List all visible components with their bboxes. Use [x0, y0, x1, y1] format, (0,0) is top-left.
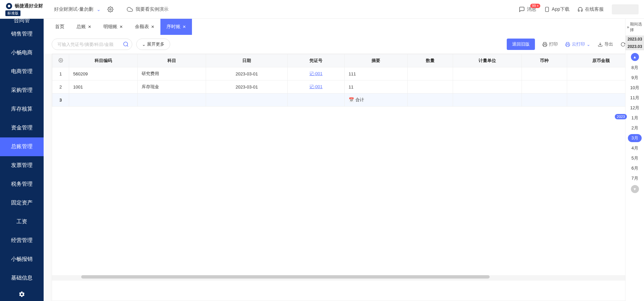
message-button[interactable]: 消息 99 +: [519, 6, 536, 12]
period-range-start[interactable]: 2023.03: [626, 36, 644, 43]
back-old-version-button[interactable]: 退回旧版: [507, 39, 535, 50]
svg-point-5: [123, 42, 128, 46]
tab[interactable]: 总账✕: [70, 19, 97, 35]
tab-close-icon[interactable]: ✕: [183, 24, 186, 29]
headset-icon: [578, 7, 583, 12]
tab-close-icon[interactable]: ✕: [88, 24, 91, 29]
tab-label: 余额表: [135, 24, 149, 30]
sidebar-item[interactable]: 小畅电商: [0, 44, 44, 62]
table-cell: 记-001: [288, 80, 345, 94]
voucher-link[interactable]: 记-001: [309, 71, 323, 76]
sidebar-item[interactable]: 销售管理: [0, 25, 44, 44]
table-cell: [453, 80, 522, 94]
period-scroll-up-icon[interactable]: ▲: [631, 53, 639, 61]
demo-link[interactable]: 我要看实例演示: [127, 6, 168, 12]
period-month-item[interactable]: 7月: [628, 174, 641, 182]
voucher-link[interactable]: 记-001: [309, 84, 323, 89]
print-icon: [542, 42, 547, 47]
column-header: 数量: [408, 54, 453, 67]
export-button[interactable]: 导出: [598, 41, 613, 47]
period-month-item[interactable]: 3月: [628, 134, 641, 142]
print-button[interactable]: 打印: [542, 41, 558, 47]
period-selector-panel: » 期间选择 2023.03 2023.03 ▲ 2023 8月9月10月11月…: [625, 19, 644, 301]
app-download-label: App下载: [552, 6, 569, 12]
search-icon[interactable]: [123, 41, 129, 47]
period-month-item[interactable]: 11月: [627, 94, 643, 102]
search-input[interactable]: [52, 39, 132, 50]
chevron-down-icon: ⌄: [97, 7, 101, 12]
toolbar: ⌄展开更多 退回旧版 打印 云打印 ⌄ 导出: [44, 35, 644, 54]
sidebar-item[interactable]: 工资: [0, 213, 44, 231]
horizontal-scrollbar[interactable]: [52, 275, 636, 281]
sidebar-item[interactable]: 总账管理: [0, 137, 44, 156]
support-button[interactable]: 在线客服: [578, 6, 604, 12]
table-row[interactable]: 21001库存现金2023-03-01记-00111: [52, 80, 636, 94]
period-title: 期间选择: [630, 21, 643, 33]
cloud-icon: [127, 6, 133, 12]
user-avatar[interactable]: [612, 4, 639, 14]
table-cell: 📅合计: [344, 94, 407, 107]
period-collapse-button[interactable]: » 期间选择: [626, 19, 644, 36]
table-cell: 560209: [69, 67, 138, 80]
app-download-button[interactable]: App下载: [544, 6, 569, 12]
tab[interactable]: 首页: [49, 19, 70, 35]
brand-area: 畅捷通好业财 标准版: [5, 2, 44, 16]
table-cell: [522, 80, 567, 94]
sidebar-settings-button[interactable]: [0, 288, 44, 301]
sidebar-item-partial[interactable]: 合同管: [0, 19, 44, 25]
sidebar-nav: 合同管 销售管理小畅电商电商管理采购管理库存核算资金管理总账管理发票管理税务管理…: [0, 19, 44, 301]
project-selector[interactable]: 好业财测试-量勿删 ⌄: [54, 6, 101, 12]
sidebar-item[interactable]: 资金管理: [0, 119, 44, 137]
period-month-item[interactable]: 12月: [627, 104, 643, 112]
svg-point-2: [109, 8, 111, 10]
sidebar-item[interactable]: 电商管理: [0, 62, 44, 81]
period-month-item[interactable]: 5月: [628, 154, 641, 162]
tab-close-icon[interactable]: ✕: [119, 24, 123, 29]
sidebar-item[interactable]: 小畅报销: [0, 250, 44, 269]
table-cell: 2023-03-01: [206, 80, 288, 94]
brand-name: 畅捷通好业财: [15, 3, 43, 9]
table-cell: 11: [344, 80, 407, 94]
sidebar-item[interactable]: 基础信息: [0, 269, 44, 288]
period-month-item[interactable]: 9月: [628, 74, 641, 82]
column-header: 币种: [522, 54, 567, 67]
period-scroll-down-icon[interactable]: ▼: [631, 185, 639, 193]
sidebar-item[interactable]: 采购管理: [0, 81, 44, 100]
table-cell: [408, 67, 453, 80]
cloud-print-icon: [565, 42, 570, 47]
svg-rect-8: [566, 45, 569, 46]
cloud-print-label: 云打印: [572, 41, 585, 47]
tab[interactable]: 明细账✕: [97, 19, 129, 35]
tab[interactable]: 序时账✕: [160, 19, 192, 35]
table-cell: [69, 94, 138, 107]
tab-label: 序时账: [166, 24, 181, 30]
table-cell: 库存现金: [138, 80, 206, 94]
column-header: 摘要: [344, 54, 407, 67]
sidebar-item[interactable]: 固定资产: [0, 194, 44, 213]
sidebar-item[interactable]: 经营管理: [0, 231, 44, 250]
edition-badge: 标准版: [5, 10, 20, 16]
period-month-item[interactable]: 10月: [627, 84, 643, 92]
tab[interactable]: 余额表✕: [129, 19, 160, 35]
column-settings-icon[interactable]: [58, 59, 63, 64]
period-month-item[interactable]: 4月: [628, 144, 641, 152]
period-range-end[interactable]: 2023.03: [626, 43, 644, 50]
period-month-item[interactable]: 6月: [628, 164, 641, 172]
period-month-item[interactable]: 8月: [628, 64, 641, 72]
tab-close-icon[interactable]: ✕: [151, 24, 154, 29]
support-label: 在线客服: [585, 6, 604, 12]
mobile-icon: [544, 7, 550, 12]
sidebar-item[interactable]: 税务管理: [0, 175, 44, 194]
expand-more-button[interactable]: ⌄展开更多: [136, 39, 170, 50]
period-month-item[interactable]: 1月: [628, 114, 641, 122]
table-cell: [453, 94, 522, 107]
table-row[interactable]: 1560209研究费用2023-03-01记-001111: [52, 67, 636, 80]
period-month-item[interactable]: 2月: [628, 124, 641, 132]
cloud-print-button[interactable]: 云打印 ⌄: [565, 41, 590, 47]
sidebar-item[interactable]: 发票管理: [0, 156, 44, 175]
svg-point-10: [60, 60, 61, 61]
table-cell: 2: [52, 80, 69, 94]
sidebar-item[interactable]: 库存核算: [0, 100, 44, 119]
settings-gear-icon[interactable]: [107, 6, 113, 12]
table-cell: 1: [52, 67, 69, 80]
